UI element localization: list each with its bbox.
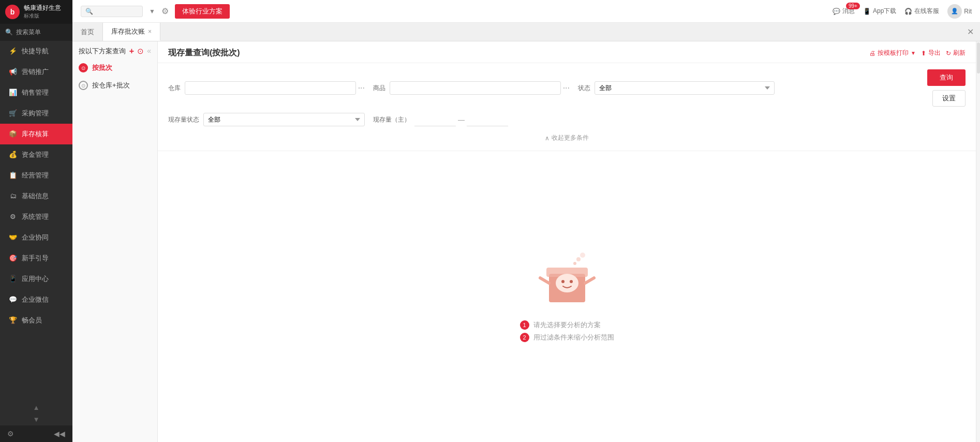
collapse-left-panel-icon[interactable]: « [147, 47, 151, 56]
user-name: Rit [964, 8, 972, 15]
action-btns: 查询 设置 [927, 69, 966, 107]
inventory-qty-label: 现存量（主） [373, 115, 410, 124]
product-input[interactable] [390, 81, 561, 95]
close-icon: ✕ [967, 27, 974, 37]
sidebar-scroll-up[interactable]: ▲ [0, 402, 72, 414]
inventory-qty-to-input[interactable] [467, 113, 508, 126]
qty-dash: — [456, 116, 467, 124]
empty-step-2: 2 用过滤条件来缩小分析范围 [520, 333, 614, 342]
empty-step-1: 1 请先选择要分析的方案 [520, 320, 614, 330]
topbar-search-input[interactable] [96, 8, 132, 15]
sidebar-item-finance[interactable]: 💰 资金管理 [0, 144, 72, 165]
refresh-label: 刷新 [953, 49, 966, 57]
quick-nav-icon: ⚡ [8, 47, 18, 56]
left-panel-header: 按以下方案查询 + ⊙ « [72, 41, 157, 59]
sidebar-item-purchase[interactable]: 🛒 采购管理 [0, 103, 72, 124]
tab-inventory-batch-label: 库存批次账 [111, 27, 145, 36]
message-action[interactable]: 💬 消息 99+ [833, 7, 855, 16]
sidebar-item-sales[interactable]: 📊 销售管理 [0, 82, 72, 103]
inventory-status-select[interactable]: 全部 有库存 无库存 [203, 113, 365, 126]
tab-inventory-batch[interactable]: 库存批次账 × [103, 23, 160, 41]
right-scrollbar[interactable] [976, 41, 980, 442]
sidebar-item-label: 库存核算 [22, 129, 49, 139]
status-select[interactable]: 全部 正常 停用 [595, 81, 775, 95]
marketing-icon: 📢 [8, 67, 18, 77]
collapse-more-btn[interactable]: ∧ 收起更多条件 [543, 131, 591, 144]
app-download-action[interactable]: 📱 App下载 [863, 7, 896, 16]
sidebar-item-wechat[interactable]: 💬 企业微信 [0, 289, 72, 310]
sidebar-item-quick-nav[interactable]: ⚡ 快捷导航 [0, 41, 72, 62]
online-service-action[interactable]: 🎧 在线客服 [904, 7, 939, 16]
sidebar-search[interactable]: 🔍 搜索菜单 [0, 24, 72, 41]
inventory-qty-from-input[interactable] [414, 113, 456, 126]
app-name: 畅康通好生意 [24, 4, 61, 12]
export-btn[interactable]: ⬆ 导出 [921, 49, 941, 57]
schema-settings-icon[interactable]: ⊙ [137, 47, 144, 56]
app-download-label: App下载 [873, 7, 896, 16]
step-2-num: 2 [520, 333, 529, 342]
tab-close-icon[interactable]: × [148, 28, 152, 35]
product-more-btn[interactable]: ··· [563, 83, 570, 93]
topbar: 🔍 ▼ ⚙ 体验行业方案 💬 消息 99+ 📱 App下载 🎧 在线客服 � [72, 0, 980, 23]
inventory-status-label: 现存量状态 [168, 115, 199, 124]
topbar-gear-icon[interactable]: ⚙ [161, 6, 169, 16]
topbar-search-icon: 🔍 [85, 8, 93, 15]
search-label: 搜索菜单 [16, 28, 41, 37]
sidebar-item-newbie[interactable]: 🎯 新手引导 [0, 248, 72, 269]
svg-point-9 [576, 257, 581, 261]
left-panel-title: 按以下方案查询 [79, 47, 126, 56]
warehouse-label: 仓库 [168, 84, 181, 93]
sidebar-item-label: 新手引导 [22, 254, 49, 263]
sidebar-item-inventory[interactable]: 📦 库存核算 [0, 124, 72, 144]
sidebar-item-operation[interactable]: 📋 经营管理 [0, 165, 72, 186]
message-badge: 99+ [846, 3, 860, 9]
finance-icon: 💰 [8, 150, 18, 159]
svg-point-5 [570, 280, 573, 283]
export-icon: ⬆ [921, 50, 926, 57]
topbar-dropdown-icon[interactable]: ▼ [149, 8, 155, 15]
close-panel-btn[interactable]: ✕ [961, 27, 980, 37]
sidebar-item-member[interactable]: 🏆 畅会员 [0, 310, 72, 331]
member-icon: 🏆 [8, 316, 18, 325]
schema-item-by-batch[interactable]: ⊙ 按批次 [72, 59, 157, 77]
filter-row-1: 仓库 ··· 商品 ··· 状态 全部 [168, 69, 966, 107]
online-service-label: 在线客服 [914, 7, 939, 16]
app-logo: b [5, 5, 20, 19]
print-label: 按模板打印 [878, 49, 909, 57]
newbie-icon: 🎯 [8, 254, 18, 263]
sidebar-item-system[interactable]: ⚙ 系统管理 [0, 207, 72, 227]
settings-icon[interactable]: ⚙ [7, 430, 14, 438]
sidebar-footer: ⚙ ◀◀ [0, 425, 72, 442]
sales-icon: 📊 [8, 88, 18, 97]
svg-line-6 [540, 278, 549, 283]
user-action[interactable]: 👤 Rit [947, 4, 972, 19]
collapse-label: 收起更多条件 [552, 134, 589, 142]
sidebar-scroll-down[interactable]: ▼ [0, 414, 72, 425]
industry-btn[interactable]: 体验行业方案 [175, 4, 230, 19]
left-panel: 按以下方案查询 + ⊙ « ⊙ 按批次 ⊙ 按仓库+批次 [72, 41, 158, 442]
content-area: 按以下方案查询 + ⊙ « ⊙ 按批次 ⊙ 按仓库+批次 现存量查询(按批次) [72, 41, 980, 442]
sidebar-item-label: 营销推广 [22, 67, 49, 77]
filter-area: 仓库 ··· 商品 ··· 状态 全部 [158, 63, 976, 151]
sidebar-item-apps[interactable]: 📱 应用中心 [0, 269, 72, 289]
settings-btn[interactable]: 设置 [932, 90, 966, 107]
add-schema-icon[interactable]: + [129, 47, 134, 56]
apps-icon: 📱 [8, 274, 18, 284]
collapse-sidebar-icon[interactable]: ◀◀ [54, 430, 65, 438]
schema-item-by-warehouse-batch[interactable]: ⊙ 按仓库+批次 [72, 77, 157, 94]
sidebar: b 畅康通好生意 标准版 🔍 搜索菜单 ⚡ 快捷导航 📢 营销推广 📊 销售管理… [0, 0, 72, 442]
sidebar-item-enterprise[interactable]: 🤝 企业协同 [0, 227, 72, 248]
app-edition: 标准版 [24, 12, 61, 20]
inactive-schema-icon: ⊙ [79, 81, 88, 90]
sidebar-item-marketing[interactable]: 📢 营销推广 [0, 62, 72, 82]
refresh-btn[interactable]: ↻ 刷新 [946, 49, 966, 57]
refresh-icon: ↻ [946, 50, 951, 57]
print-btn[interactable]: 🖨 按模板打印 ▼ [869, 49, 916, 57]
warehouse-input[interactable] [185, 81, 356, 95]
warehouse-more-btn[interactable]: ··· [358, 83, 365, 93]
sidebar-item-basic[interactable]: 🗂 基础信息 [0, 186, 72, 207]
sidebar-nav: ⚡ 快捷导航 📢 营销推广 📊 销售管理 🛒 采购管理 📦 库存核算 💰 资金管… [0, 41, 72, 402]
topbar-search-box[interactable]: 🔍 [81, 6, 143, 17]
tab-home[interactable]: 首页 [72, 23, 103, 41]
query-btn[interactable]: 查询 [927, 69, 966, 86]
